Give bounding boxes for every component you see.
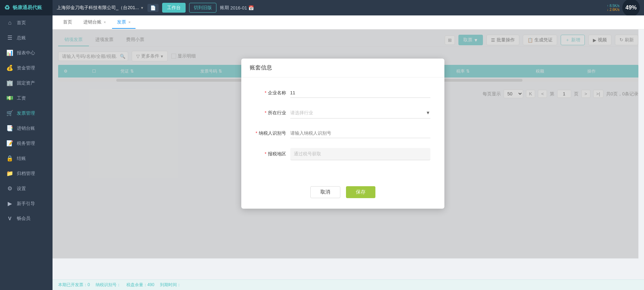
form-row-industry: * 所在行业 请选择行业 ▼ <box>255 108 430 119</box>
cancel-button[interactable]: 取消 <box>310 186 340 198</box>
sidebar-label-ledger: 总账 <box>17 35 26 41</box>
tax-id-label-text: 纳税人识别号 <box>259 130 286 136</box>
content-area: 销项发票 进项发票 费用小票 ⊞ 取票 ▼ ☰ 批量操作 <box>53 29 644 279</box>
sidebar-item-ledger[interactable]: ☰ 总账 <box>0 30 53 45</box>
sidebar-label-capital: 资金管理 <box>17 65 35 71</box>
breadcrumb-tab-home[interactable]: 首页 <box>58 16 77 29</box>
status-invoices[interactable]: 本期已开发票：0 <box>58 282 90 288</box>
form-row-tax-region: * 报税地区 通过税号获取 <box>255 148 430 160</box>
required-star3: * <box>256 130 257 136</box>
sidebar-logo: ♻ 畅康通易代账 <box>0 0 53 15</box>
sidebar-item-capital[interactable]: 💰 资金管理 <box>0 60 53 75</box>
speed-indicator: 49% <box>622 0 640 16</box>
sidebar-label-salary: 工资 <box>17 95 26 101</box>
tax-id-label: * 纳税人识别号 <box>255 130 290 136</box>
home-icon: ⌂ <box>6 20 13 26</box>
ledger-icon: ☰ <box>6 34 13 41</box>
member-icon: V <box>6 216 13 221</box>
modal-title: 账套信息 <box>250 65 272 70</box>
status-expiry: 到期时间： <box>160 282 181 288</box>
company-arrow-icon: ▼ <box>140 6 144 10</box>
salary-icon: 💵 <box>6 95 13 101</box>
sidebar-item-settings[interactable]: ⚙ 设置 <box>0 181 53 196</box>
sidebar-label-member: 畅会员 <box>17 215 30 222</box>
capital-icon: 💰 <box>6 65 13 71</box>
breadcrumb-close-invoice[interactable]: × <box>128 20 130 24</box>
network-info: ↑ 8.5K/s ↓ 2.6K/s <box>607 4 619 12</box>
main-area: 上海卯金刀电子科技有限公司_（台201... ▼ 📄 工作台 切到旧版 账期 2… <box>53 0 644 290</box>
company-name-label-text: 企业名称 <box>268 90 286 95</box>
sidebar-item-tax[interactable]: 📝 税务管理 <box>0 136 53 151</box>
archive-icon: 📁 <box>6 170 13 177</box>
breadcrumb-home-label: 首页 <box>63 19 72 25</box>
tax-region-label-text: 报税地区 <box>268 151 286 156</box>
status-tax-disk: 税盘余量：490 <box>126 282 154 288</box>
breadcrumb-invoice-label: 发票 <box>117 19 126 25</box>
sidebar-item-reports[interactable]: 📊 报表中心 <box>0 45 53 60</box>
period-value: 2016-01 <box>230 5 247 11</box>
sidebar-item-member[interactable]: V 畅会员 <box>0 211 53 226</box>
purchase-sales-icon: 📑 <box>6 125 13 131</box>
industry-placeholder: 请选择行业 <box>290 110 313 116</box>
form-row-company-name: * 企业名称 <box>255 88 430 98</box>
sidebar-item-guide[interactable]: ▶ 新手引导 <box>0 196 53 211</box>
sidebar-item-fixed-assets[interactable]: 🏢 固定资产 <box>0 75 53 90</box>
tax-region-placeholder: 通过税号获取 <box>294 151 321 156</box>
sidebar-label-fixed-assets: 固定资产 <box>17 80 35 86</box>
logo-text: 畅康通易代账 <box>13 5 42 11</box>
tax-icon: 📝 <box>6 140 13 147</box>
status-tax-id: 纳税识别号： <box>96 282 121 288</box>
sidebar-item-invoice[interactable]: 🛒 发票管理 <box>0 106 53 121</box>
breadcrumb-purchase-label: 进销台账 <box>83 19 102 25</box>
top-bar-right: ↑ 8.5K/s ↓ 2.6K/s 49% <box>607 0 640 16</box>
save-button[interactable]: 保存 <box>346 186 375 198</box>
industry-label-text: 所在行业 <box>268 110 286 115</box>
old-version-button[interactable]: 切到旧版 <box>189 3 216 13</box>
breadcrumb-bar: 首页 进销台账 × 发票 × <box>53 15 644 29</box>
closing-icon: 🔒 <box>6 155 13 162</box>
sidebar-item-closing[interactable]: 🔒 结账 <box>0 151 53 166</box>
period-label: 账期 <box>220 5 229 11</box>
sidebar-item-home[interactable]: ⌂ 首页 <box>0 15 53 30</box>
calendar-icon[interactable]: 📅 <box>248 5 254 11</box>
doc-icon[interactable]: 📄 <box>147 4 159 12</box>
sidebar-label-reports: 报表中心 <box>17 50 35 56</box>
form-row-tax-id: * 纳税人识别号 <box>255 128 430 138</box>
sidebar-label-settings: 设置 <box>17 186 26 192</box>
tax-region-input: 通过税号获取 <box>290 148 430 160</box>
period-display: 账期 2016-01 📅 <box>220 5 254 11</box>
sidebar-item-salary[interactable]: 💵 工资 <box>0 90 53 106</box>
company-name-input[interactable] <box>290 88 430 98</box>
guide-icon: ▶ <box>6 200 13 207</box>
breadcrumb-tab-invoice[interactable]: 发票 × <box>112 16 135 29</box>
company-name-text: 上海卯金刀电子科技有限公司_（台201... <box>57 5 139 11</box>
sidebar-item-purchase-sales[interactable]: 📑 进销台账 <box>0 121 53 136</box>
account-info-modal: 账套信息 * 企业名称 <box>241 59 444 209</box>
industry-label: * 所在行业 <box>255 110 290 116</box>
fixed-assets-icon: 🏢 <box>6 80 13 86</box>
sidebar-label-guide: 新手引导 <box>17 201 35 207</box>
required-star: * <box>265 90 266 95</box>
sidebar-item-archive[interactable]: 📁 归档管理 <box>0 166 53 181</box>
sidebar-label-invoice: 发票管理 <box>17 110 35 116</box>
modal-body: * 企业名称 * 所在行业 请选择行业 <box>241 77 444 181</box>
company-selector[interactable]: 上海卯金刀电子科技有限公司_（台201... ▼ <box>57 5 144 11</box>
logo-icon: ♻ <box>4 4 10 12</box>
required-star2: * <box>265 110 266 115</box>
industry-select[interactable]: 请选择行业 ▼ <box>290 108 430 119</box>
sidebar-label-archive: 归档管理 <box>17 170 35 177</box>
breadcrumb-close-purchase[interactable]: × <box>104 20 106 24</box>
modal-header: 账套信息 <box>241 59 444 77</box>
workspace-button[interactable]: 工作台 <box>162 3 186 13</box>
speed-percent: 49% <box>625 5 637 11</box>
breadcrumb-tab-purchase-sales[interactable]: 进销台账 × <box>78 16 111 29</box>
sidebar: ♻ 畅康通易代账 ⌂ 首页 ☰ 总账 📊 报表中心 💰 资金管理 🏢 固定资产 … <box>0 0 53 290</box>
sidebar-label-closing: 结账 <box>17 155 26 162</box>
speed-up: ↑ 8.5K/s <box>607 4 619 8</box>
tax-id-input[interactable] <box>290 128 430 138</box>
company-name-label: * 企业名称 <box>255 90 290 96</box>
top-bar: 上海卯金刀电子科技有限公司_（台201... ▼ 📄 工作台 切到旧版 账期 2… <box>53 0 644 15</box>
industry-chevron-icon: ▼ <box>426 110 430 115</box>
sidebar-label-home: 首页 <box>17 20 26 26</box>
invoice-icon: 🛒 <box>6 110 13 116</box>
